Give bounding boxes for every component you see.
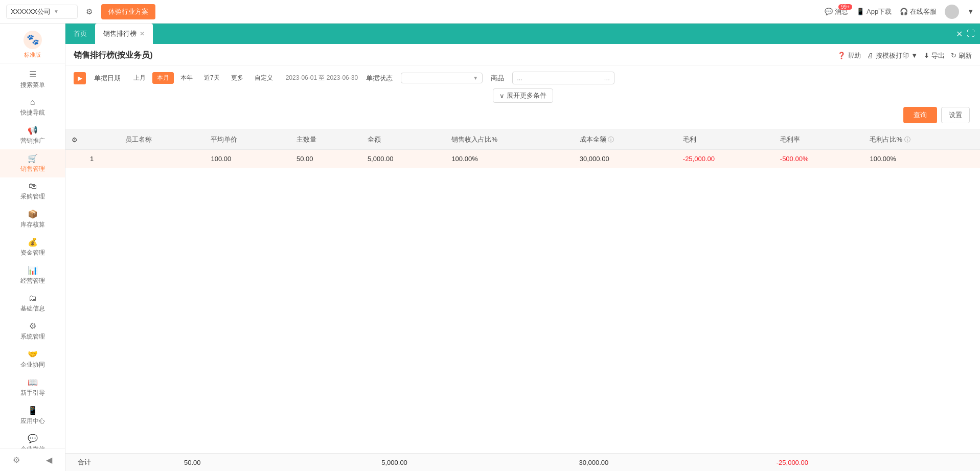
sidebar-item-operations[interactable]: 📊 经营管理: [0, 261, 65, 289]
user-name[interactable]: ▼: [967, 8, 974, 15]
sidebar-item-finance[interactable]: 💰 资金管理: [0, 233, 65, 261]
sidebar-item-purchase[interactable]: 🛍 采购管理: [0, 177, 65, 205]
filter-collapse-btn[interactable]: ▶: [74, 72, 86, 84]
sidebar-item-app-center[interactable]: 📱 应用中心: [0, 401, 65, 430]
enterprise-icon: 🤝: [28, 349, 38, 359]
company-selector[interactable]: XXXXXX公司 ▼: [6, 5, 78, 19]
goods-input-wrapper[interactable]: …: [512, 72, 614, 84]
date-btn-this-month[interactable]: 本月: [152, 72, 174, 84]
filter-actions: 查询 设置: [74, 107, 972, 123]
online-service-btn[interactable]: 🎧 在线客服: [900, 7, 937, 16]
app-download-icon: 📱: [856, 8, 864, 15]
sidebar-item-wechat[interactable]: 💬 企业微信: [0, 430, 65, 448]
goods-input[interactable]: [517, 74, 604, 82]
close-all-tabs-icon[interactable]: ✕: [956, 29, 963, 39]
sidebar-item-enterprise[interactable]: 🤝 企业协同: [0, 345, 65, 373]
date-btn-this-year[interactable]: 本年: [176, 72, 197, 84]
print-chevron-icon: ▼: [911, 52, 918, 59]
table-header-row: ⚙ 员工名称 平均单价 主数量 全额 销售收入占比% 成本全额 ⓘ 毛利 毛利率: [65, 130, 980, 150]
finance-icon: 💰: [28, 237, 38, 247]
filter-settings-button[interactable]: 设置: [941, 107, 970, 123]
footer-quantity: 50.00: [184, 459, 381, 466]
date-label: 单据日期: [94, 74, 121, 83]
sidebar-item-sales[interactable]: 🛒 销售管理: [0, 149, 65, 177]
date-btn-custom[interactable]: 自定义: [250, 72, 278, 84]
sidebar-item-marketing[interactable]: 📢 营销推广: [0, 121, 65, 149]
sidebar-item-basic-info[interactable]: 🗂 基础信息: [0, 289, 65, 317]
cell-cost: 30,000.00: [574, 150, 677, 168]
sidebar-item-label-guide: 新手引导: [20, 389, 45, 397]
date-btn-more[interactable]: 更多: [226, 72, 248, 84]
tab-sales-rank[interactable]: 销售排行榜 ✕: [95, 24, 153, 44]
date-range: 2023-06-01 至 2023-06-30: [286, 74, 358, 82]
status-select[interactable]: ▼: [401, 73, 483, 83]
filter-row-1: ▶ 单据日期 上月 本月 本年 近7天 更多 自定义 2023-06-01 至 …: [74, 72, 972, 84]
sidebar-item-label-system: 系统管理: [20, 332, 45, 341]
page-header: 销售排行榜(按业务员) ❓ 帮助 🖨 按模板打印 ▼ ⬇: [65, 44, 980, 65]
sidebar-item-label-operations: 经营管理: [20, 277, 45, 285]
search-order-icon: ☰: [29, 70, 36, 79]
status-select-arrow-icon: ▼: [473, 75, 478, 81]
export-icon: ⬇: [924, 52, 929, 59]
sidebar-item-guide[interactable]: 📖 新手引导: [0, 373, 65, 401]
cost-info-icon[interactable]: ⓘ: [608, 136, 614, 143]
date-btn-last-month[interactable]: 上月: [129, 72, 150, 84]
sidebar-nav: ☰ 搜索菜单 ⌂ 快捷导航 📢 营销推广 🛒 销售管理 🛍 采购管理: [0, 63, 65, 448]
avatar[interactable]: [945, 5, 959, 19]
tab-home[interactable]: 首页: [65, 24, 95, 44]
filter-row-2: ∨ 展开更多条件: [74, 88, 972, 103]
sidebar-item-label-marketing: 营销推广: [20, 137, 45, 145]
settings-icon[interactable]: ⚙: [82, 5, 96, 19]
refresh-icon: ↻: [951, 52, 956, 59]
sidebar-item-label-enterprise: 企业协同: [20, 361, 45, 369]
export-button[interactable]: ⬇ 导出: [924, 51, 945, 60]
expand-window-icon[interactable]: ⛶: [967, 29, 975, 38]
date-btn-7days[interactable]: 近7天: [199, 72, 224, 84]
query-button[interactable]: 查询: [903, 107, 937, 123]
home-icon: ⌂: [30, 98, 35, 107]
svg-text:🐾: 🐾: [26, 33, 39, 46]
sales-rank-table: ⚙ 员工名称 平均单价 主数量 全额 销售收入占比% 成本全额 ⓘ 毛利 毛利率: [65, 130, 980, 168]
filter-area: ▶ 单据日期 上月 本月 本年 近7天 更多 自定义 2023-06-01 至 …: [65, 65, 980, 130]
company-name: XXXXXX公司: [11, 7, 51, 16]
bottom-settings-btn[interactable]: ⚙: [9, 453, 24, 467]
sidebar-item-label-basic-info: 基础信息: [20, 304, 45, 313]
top-bar: XXXXXX公司 ▼ ⚙ 体验行业方案 💬 消息 99+ 📱 App下载 🎧 在…: [0, 0, 980, 24]
cell-avg-price: 100.00: [204, 150, 290, 168]
col-quantity-header: 主数量: [290, 130, 361, 150]
sidebar-item-search-order[interactable]: ☰ 搜索菜单: [0, 65, 65, 94]
sidebar-item-inventory[interactable]: 📦 库存核算: [0, 205, 65, 233]
col-rank-header: [84, 130, 119, 150]
sidebar-item-label-sales: 销售管理: [20, 165, 45, 173]
date-buttons: 上月 本月 本年 近7天 更多 自定义: [129, 72, 278, 84]
col-settings-header[interactable]: ⚙: [65, 130, 84, 150]
goods-more-icon[interactable]: …: [604, 75, 610, 82]
company-chevron-icon: ▼: [54, 9, 59, 14]
collapse-btn[interactable]: ◀: [42, 453, 56, 467]
footer-amount: 5,000.00: [381, 459, 579, 466]
sidebar-item-quick-nav[interactable]: ⌂ 快捷导航: [0, 94, 65, 121]
sales-icon: 🛒: [28, 153, 38, 163]
col-cost-header: 成本全额 ⓘ: [574, 130, 677, 150]
expand-conditions-btn[interactable]: ∨ 展开更多条件: [493, 88, 553, 103]
footer-gross: -25,000.00: [777, 459, 974, 466]
tab-close-icon[interactable]: ✕: [140, 30, 145, 37]
trial-button[interactable]: 体验行业方案: [101, 4, 155, 19]
marketing-icon: 📢: [28, 125, 38, 135]
sidebar-item-system[interactable]: ⚙ 系统管理: [0, 317, 65, 345]
help-icon: ❓: [837, 52, 846, 59]
purchase-icon: 🛍: [29, 182, 37, 191]
help-button[interactable]: ❓ 帮助: [837, 51, 861, 60]
gross-pct-info-icon[interactable]: ⓘ: [904, 136, 910, 143]
cell-gross-rate: -500.00%: [774, 150, 864, 168]
app-download-btn[interactable]: 📱 App下载: [856, 7, 892, 16]
sidebar-item-label-inventory: 库存核算: [20, 220, 45, 229]
headset-icon: 🎧: [900, 8, 908, 15]
print-button[interactable]: 🖨 按模板打印 ▼: [867, 51, 918, 60]
online-service-label: 在线客服: [910, 7, 937, 16]
cell-gross: -25,000.00: [677, 150, 774, 168]
message-btn[interactable]: 💬 消息 99+: [825, 7, 848, 16]
sidebar-item-label-search-order: 搜索菜单: [20, 81, 45, 89]
refresh-button[interactable]: ↻ 刷新: [951, 51, 972, 60]
expand-arrow-icon: ∨: [499, 92, 505, 100]
